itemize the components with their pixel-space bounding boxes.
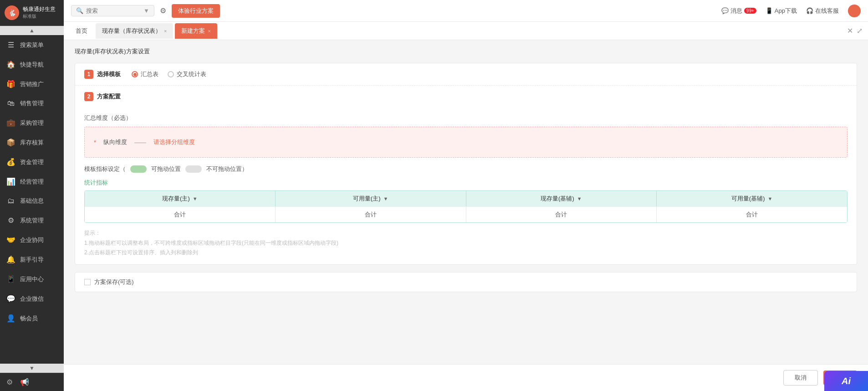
chevron-down-icon[interactable]: ▼ — [577, 196, 582, 201]
tab-inventory-label: 现存量（库存状况表） — [102, 27, 161, 35]
tab-new-scheme-close[interactable]: × — [208, 28, 210, 34]
tab-home[interactable]: 首页 — [69, 23, 94, 39]
dimension-area[interactable]: * 纵向维度 —— 请选择分组维度 — [84, 127, 848, 158]
sidebar-item-cooperation[interactable]: 🤝 企业协同 — [0, 230, 64, 250]
folder-icon: 🗂 — [6, 197, 15, 205]
hint-label: 提示： — [84, 228, 848, 238]
tab-new-scheme[interactable]: 新建方案 × — [175, 23, 217, 39]
message-label: 消息 — [730, 7, 742, 15]
th-current-main[interactable]: 现存量(主) ▼ — [85, 191, 276, 206]
sidebar-item-app-center[interactable]: 📱 应用中心 — [0, 269, 64, 289]
th-current-aux[interactable]: 现存量(基辅) ▼ — [466, 191, 657, 206]
phone-icon: 📱 — [766, 7, 773, 14]
avatar[interactable] — [848, 5, 861, 17]
sidebar-item-member[interactable]: 👤 畅会员 — [0, 309, 64, 328]
sidebar-item-label: 营销推广 — [20, 80, 44, 88]
headset-icon: 🎧 — [806, 7, 813, 14]
content: 现存量(库存状况表)方案设置 1 选择模板 汇总表 交叉统计表 — [64, 40, 868, 364]
money-icon: 💰 — [6, 158, 15, 166]
phone-icon: 📱 — [6, 275, 15, 283]
ai-badge[interactable]: Ai — [824, 371, 868, 391]
page-title: 现存量(库存状况表)方案设置 — [75, 47, 857, 56]
gift-icon: 🎁 — [6, 80, 15, 88]
tab-new-scheme-label: 新建方案 — [181, 27, 205, 35]
chat-icon: 💬 — [6, 294, 15, 303]
table-data-row: 合计 合计 合计 合计 — [85, 206, 847, 222]
tab-inventory-close[interactable]: × — [164, 28, 167, 34]
sidebar-item-system[interactable]: ⚙ 系统管理 — [0, 211, 64, 230]
sidebar-scroll-up[interactable]: ▲ — [0, 26, 64, 35]
sidebar-item-label: 应用中心 — [20, 275, 44, 283]
sidebar-item-label: 库存核算 — [20, 139, 44, 147]
sidebar-item-label: 资金管理 — [20, 158, 44, 166]
sidebar-item-inventory[interactable]: 📦 库存核算 — [0, 133, 64, 152]
sidebar-bottom: ⚙ 📢 — [0, 373, 64, 391]
hint-area: 提示： 1.拖动标题栏可以调整布局，不可跨维度或指标区域拖动栏目字段(只能在同一… — [84, 228, 848, 258]
search-icon: 🔍 — [76, 7, 83, 14]
user-icon: 👤 — [6, 314, 15, 323]
sidebar-item-label: 企业微信 — [20, 295, 44, 303]
online-service-item[interactable]: 🎧 在线客服 — [806, 7, 839, 15]
tabs-right: ✕ ⤢ — [847, 26, 863, 35]
close-window-icon[interactable]: ✕ — [847, 26, 853, 35]
radio-cross[interactable]: 交叉统计表 — [168, 70, 206, 78]
search-box[interactable]: 🔍 ▼ — [71, 5, 154, 16]
save-checkbox[interactable] — [84, 279, 91, 285]
th-available-main[interactable]: 可用量(主) ▼ — [276, 191, 466, 206]
sidebar-item-search-menu[interactable]: ☰ 搜索菜单 — [0, 35, 64, 55]
th-current-aux-label: 现存量(基辅) — [541, 195, 574, 203]
summary-dimension-label: 汇总维度（必选） — [84, 114, 848, 122]
sidebar-item-new-guide[interactable]: 🔔 新手引导 — [0, 250, 64, 269]
message-icon: 💬 — [721, 7, 729, 14]
dropdown-icon[interactable]: ▼ — [143, 7, 149, 14]
bell-icon: 🔔 — [6, 255, 15, 264]
th-current-main-label: 现存量(主) — [162, 195, 190, 203]
message-badge: 99+ — [744, 8, 756, 14]
th-available-aux[interactable]: 可用量(基辅) ▼ — [657, 191, 847, 206]
sidebar-item-management[interactable]: 📊 经营管理 — [0, 172, 64, 191]
tab-home-label: 首页 — [76, 27, 87, 35]
sidebar-item-label: 企业协同 — [20, 236, 44, 244]
chevron-down-icon[interactable]: ▼ — [768, 196, 773, 201]
radio-summary-circle — [132, 71, 138, 77]
sidebar-menu: ☰ 搜索菜单 🏠 快捷导航 🎁 营销推广 🛍 销售管理 💼 采购管理 📦 库存核… — [0, 35, 64, 364]
sidebar-item-marketing[interactable]: 🎁 营销推广 — [0, 74, 64, 94]
gear-icon[interactable]: ⚙ — [6, 378, 13, 386]
tab-inventory[interactable]: 现存量（库存状况表） × — [96, 23, 173, 39]
th-available-main-label: 可用量(主) — [353, 195, 381, 203]
step2-body: 汇总维度（必选） * 纵向维度 —— 请选择分组维度 模板指标设定（ 可拖动位置… — [75, 108, 857, 264]
sidebar-item-finance[interactable]: 💰 资金管理 — [0, 152, 64, 172]
sidebar-item-purchase[interactable]: 💼 采购管理 — [0, 113, 64, 133]
radio-summary-label: 汇总表 — [141, 70, 158, 78]
chevron-down-icon[interactable]: ▼ — [383, 196, 388, 201]
logo: 🐇 畅康通好生意 标准版 — [0, 0, 64, 26]
logo-sub: 标准版 — [23, 13, 56, 20]
search-input[interactable] — [86, 7, 141, 14]
indicator-setting-label: 模板指标设定（ — [84, 165, 126, 173]
sidebar-item-quick-nav[interactable]: 🏠 快捷导航 — [0, 55, 64, 74]
sidebar-item-basic-info[interactable]: 🗂 基础信息 — [0, 191, 64, 211]
sidebar-item-wechat-biz[interactable]: 💬 企业微信 — [0, 289, 64, 309]
expand-icon[interactable]: ⤢ — [857, 26, 863, 35]
td-current-aux: 合计 — [466, 207, 657, 222]
gear-icon[interactable]: ⚙ — [160, 6, 166, 15]
radio-summary[interactable]: 汇总表 — [132, 70, 158, 78]
topbar-right: 💬 消息 99+ 📱 App下载 🎧 在线客服 — [721, 5, 861, 17]
sidebar-item-label: 系统管理 — [20, 216, 44, 225]
sidebar-scroll-down[interactable]: ▼ — [0, 364, 64, 373]
sidebar-item-label: 快捷导航 — [20, 61, 44, 69]
experience-btn[interactable]: 体验行业方案 — [172, 4, 220, 18]
home-icon: 🏠 — [6, 60, 15, 69]
chevron-down-icon[interactable]: ▼ — [193, 196, 198, 201]
td-available-aux: 合计 — [657, 207, 847, 222]
td-current-main: 合计 — [85, 207, 276, 222]
table-header-row: 现存量(主) ▼ 可用量(主) ▼ 现存量(基辅) ▼ 可用量(基辅) — [85, 191, 847, 206]
settings-icon: ⚙ — [6, 216, 15, 225]
radio-cross-label: 交叉统计表 — [177, 70, 206, 78]
sidebar-item-sales[interactable]: 🛍 销售管理 — [0, 94, 64, 113]
cancel-button[interactable]: 取消 — [783, 370, 818, 386]
message-item[interactable]: 💬 消息 99+ — [721, 7, 756, 15]
app-download-item[interactable]: 📱 App下载 — [766, 7, 797, 15]
speaker-icon[interactable]: 📢 — [20, 378, 29, 386]
sidebar-item-label: 新手引导 — [20, 256, 44, 264]
